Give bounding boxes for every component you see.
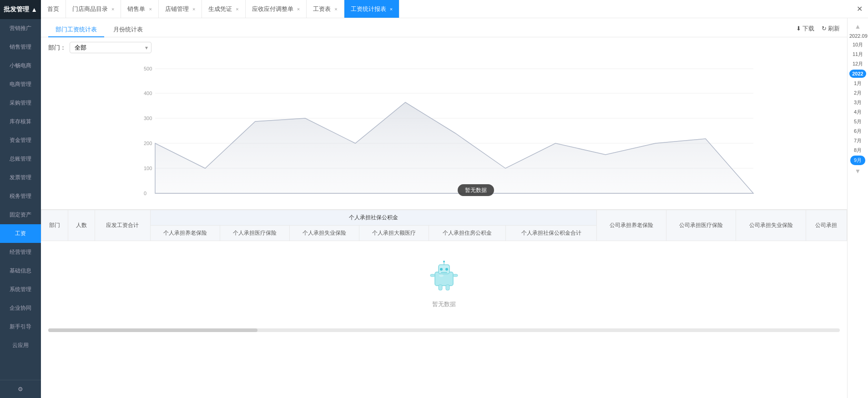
timeline-year-2022[interactable]: 2022: [849, 70, 866, 78]
sidebar-item-system[interactable]: 系统管理: [0, 280, 41, 299]
sidebar-settings[interactable]: ⚙: [0, 380, 41, 398]
svg-point-26: [439, 274, 444, 277]
tab-home-label: 首页: [47, 5, 59, 13]
sidebar-item-label: 销售管理: [10, 44, 31, 50]
sidebar-item-guide[interactable]: 新手引导: [0, 317, 41, 336]
svg-rect-25: [446, 285, 449, 290]
scroll-thumb[interactable]: [48, 328, 257, 332]
th-personal-housing-fund: 个人承担住房公积金: [429, 226, 506, 241]
sidebar-item-label: 新手引导: [10, 323, 31, 330]
close-icon[interactable]: ×: [334, 6, 337, 12]
sidebar-item-marketing[interactable]: 营销推广: [0, 19, 41, 38]
tab-home[interactable]: 首页: [41, 0, 66, 18]
sidebar-item-label: 资金管理: [10, 137, 31, 143]
timeline-month-may[interactable]: 5月: [848, 117, 868, 126]
sidebar-item-ecommerce-small[interactable]: 小畅电商: [0, 56, 41, 75]
sub-tab-bar: 部门工资统计表 月份统计表 ⬇ 下载 ↻ 刷新: [41, 18, 847, 37]
sidebar-item-basic-info[interactable]: 基础信息: [0, 262, 41, 280]
th-personal-major-medical: 个人承担大额医疗: [359, 226, 429, 241]
th-total-wage: 应发工资合计: [95, 210, 150, 241]
sidebar-item-label: 总账管理: [10, 156, 31, 162]
tab-label: 应收应付调整单: [252, 5, 293, 13]
timeline-next-arrow[interactable]: ▼: [855, 166, 861, 176]
sidebar-item-label: 采购管理: [10, 100, 31, 106]
tab-voucher[interactable]: 生成凭证 ×: [202, 0, 245, 18]
sidebar-item-purchase[interactable]: 采购管理: [0, 94, 41, 112]
svg-text:暂无数据: 暂无数据: [465, 187, 487, 193]
tab-payroll[interactable]: 工资表 ×: [307, 0, 344, 18]
tab-payroll-report[interactable]: 工资统计报表 ×: [344, 0, 399, 18]
download-button[interactable]: ⬇ 下载: [796, 25, 814, 33]
svg-text:100: 100: [144, 166, 152, 171]
sidebar-item-label: 云应用: [12, 342, 29, 348]
tab-label: 销售单: [127, 5, 145, 13]
close-icon[interactable]: ×: [149, 6, 151, 12]
sidebar-item-ledger[interactable]: 总账管理: [0, 150, 41, 168]
svg-text:400: 400: [144, 91, 152, 96]
tab-store-mgmt[interactable]: 店铺管理 ×: [159, 0, 202, 18]
tab-store-catalog[interactable]: 门店商品目录 ×: [66, 0, 121, 18]
timeline-month-apr[interactable]: 4月: [848, 107, 868, 117]
close-icon[interactable]: ×: [111, 6, 114, 12]
th-dept: 部门: [41, 210, 68, 241]
th-personal-unemployment: 个人承担失业保险: [289, 226, 359, 241]
dept-label: 部门：: [48, 44, 66, 52]
empty-text: 暂无数据: [432, 300, 456, 308]
close-icon[interactable]: ×: [390, 6, 393, 12]
dept-select[interactable]: 全部: [70, 42, 151, 53]
close-icon[interactable]: ×: [192, 6, 195, 12]
th-personal-pension: 个人承担养老保险: [150, 226, 220, 241]
timeline-month-jul[interactable]: 7月: [848, 136, 868, 146]
timeline-month-jun[interactable]: 6月: [848, 126, 868, 136]
sidebar-item-label: 税务管理: [10, 193, 31, 199]
empty-state: 暂无数据: [41, 241, 847, 327]
close-all-icon[interactable]: ✕: [857, 5, 863, 13]
sidebar-item-label: 企业协同: [10, 305, 31, 311]
sidebar-item-finance[interactable]: 资金管理: [0, 131, 41, 150]
sidebar-item-operations[interactable]: 经营管理: [0, 243, 41, 262]
timeline-panel: ▲ 2022.09 10月 11月 12月 2022 1月 2月 3月: [847, 18, 868, 398]
sidebar-item-cloud[interactable]: 云应用: [0, 336, 41, 355]
sidebar-item-label: 工资: [15, 230, 26, 237]
timeline-year-label[interactable]: 2022.09: [848, 32, 868, 40]
sidebar-item-label: 小畅电商: [10, 62, 31, 69]
sub-tab-label: 月份统计表: [113, 26, 143, 33]
tab-label: 工资统计报表: [351, 5, 386, 13]
th-personal-total: 个人承担社保公积金合计: [505, 226, 596, 241]
sidebar-item-ecommerce[interactable]: 电商管理: [0, 75, 41, 94]
sidebar-item-payroll[interactable]: 工资: [0, 224, 41, 243]
sidebar-item-sales[interactable]: 销售管理: [0, 38, 41, 56]
timeline-prev-arrow[interactable]: ▲: [855, 21, 861, 32]
sub-tab-dept[interactable]: 部门工资统计表: [48, 23, 104, 37]
sub-tab-month[interactable]: 月份统计表: [106, 23, 150, 37]
sidebar-item-inventory[interactable]: 库存核算: [0, 112, 41, 131]
tab-receivable[interactable]: 应收应付调整单 ×: [246, 0, 307, 18]
timeline-month-jan[interactable]: 1月: [848, 79, 868, 88]
sidebar-item-collaboration[interactable]: 企业协同: [0, 299, 41, 317]
sidebar-item-assets[interactable]: 固定资产: [0, 206, 41, 224]
timeline-month-aug[interactable]: 8月: [848, 146, 868, 155]
th-company-unemployment: 公司承担失业保险: [736, 210, 806, 241]
sidebar-header[interactable]: 批发管理 ▲: [0, 0, 41, 19]
refresh-button[interactable]: ↻ 刷新: [822, 25, 840, 33]
line-chart: 500 400 300 200 100 0: [48, 62, 840, 203]
svg-text:500: 500: [144, 66, 152, 71]
sidebar-item-tax[interactable]: 税务管理: [0, 187, 41, 206]
empty-robot-icon: [426, 259, 462, 296]
close-icon[interactable]: ×: [236, 6, 238, 12]
timeline-month-mar[interactable]: 3月: [848, 98, 868, 107]
tab-sales-order[interactable]: 销售单 ×: [121, 0, 158, 18]
svg-point-21: [443, 261, 445, 262]
timeline-month-dec[interactable]: 12月: [848, 59, 868, 69]
timeline-month-sep[interactable]: 9月: [850, 156, 865, 165]
timeline-month-nov[interactable]: 11月: [848, 50, 868, 59]
sidebar-item-invoice[interactable]: 发票管理: [0, 168, 41, 187]
th-company-other: 公司承担: [806, 210, 847, 241]
dept-select-wrapper: 全部: [70, 42, 151, 53]
timeline-month-feb[interactable]: 2月: [848, 88, 868, 98]
horizontal-scrollbar[interactable]: [48, 328, 840, 332]
close-icon[interactable]: ×: [297, 6, 300, 12]
download-label: 下载: [802, 25, 814, 33]
svg-marker-12: [155, 102, 753, 193]
timeline-month-oct[interactable]: 10月: [848, 40, 868, 50]
